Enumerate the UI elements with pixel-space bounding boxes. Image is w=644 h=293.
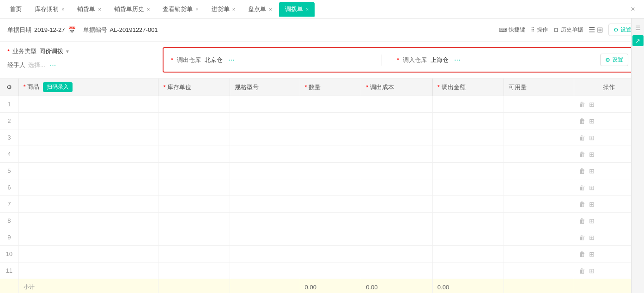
delete-row-icon[interactable]: 🗑 <box>579 101 585 108</box>
qty-cell[interactable] <box>300 229 361 246</box>
amount-cell[interactable] <box>432 229 504 246</box>
close-inventory-init[interactable]: × <box>61 6 64 12</box>
delete-row-icon[interactable]: 🗑 <box>579 267 585 275</box>
copy-row-icon[interactable]: ⊞ <box>589 167 595 175</box>
cost-cell[interactable] <box>361 146 433 163</box>
calendar-icon[interactable]: 📅 <box>68 26 76 34</box>
qty-cell[interactable] <box>300 163 361 179</box>
window-close-button[interactable]: × <box>626 2 640 17</box>
qty-cell[interactable] <box>300 196 361 213</box>
qty-cell[interactable] <box>300 213 361 229</box>
cost-cell[interactable] <box>361 213 433 229</box>
cost-cell[interactable] <box>361 96 433 113</box>
copy-row-icon[interactable]: ⊞ <box>589 134 595 141</box>
tab-inventory-init[interactable]: 库存期初 × <box>29 2 70 17</box>
amount-cell[interactable] <box>432 246 504 262</box>
cost-cell[interactable] <box>361 163 433 179</box>
close-transfer-order[interactable]: × <box>306 6 309 12</box>
copy-row-icon[interactable]: ⊞ <box>589 267 595 275</box>
handler-value[interactable]: 选择... <box>28 61 45 69</box>
tab-sales-order[interactable]: 销货单 × <box>71 2 107 17</box>
cost-cell[interactable] <box>361 129 433 146</box>
available-cell[interactable] <box>504 96 574 113</box>
tab-transfer-order[interactable]: 调拨单 × <box>279 2 315 17</box>
copy-row-icon[interactable]: ⊞ <box>589 101 595 108</box>
unit-cell[interactable] <box>158 262 230 279</box>
cost-cell[interactable] <box>361 229 433 246</box>
available-cell[interactable] <box>504 262 574 279</box>
amount-cell[interactable] <box>432 196 504 213</box>
sidebar-export-icon[interactable]: ↗ <box>632 35 644 46</box>
amount-cell[interactable] <box>432 129 504 146</box>
unit-cell[interactable] <box>158 196 230 213</box>
product-cell[interactable] <box>18 229 158 246</box>
delete-row-icon[interactable]: 🗑 <box>579 184 585 191</box>
cost-cell[interactable] <box>361 113 433 129</box>
product-cell[interactable] <box>18 213 158 229</box>
product-cell[interactable] <box>18 262 158 279</box>
spec-cell[interactable] <box>230 163 300 179</box>
qty-cell[interactable] <box>300 129 361 146</box>
spec-cell[interactable] <box>230 96 300 113</box>
spec-cell[interactable] <box>230 113 300 129</box>
copy-row-icon[interactable]: ⊞ <box>589 250 595 258</box>
transfer-in-ellipsis-button[interactable]: ··· <box>454 56 460 64</box>
unit-cell[interactable] <box>158 179 230 196</box>
delete-row-icon[interactable]: 🗑 <box>579 151 585 158</box>
spec-cell[interactable] <box>230 246 300 262</box>
layout-list-icon[interactable]: ☰ <box>589 25 595 34</box>
cost-cell[interactable] <box>361 179 433 196</box>
tab-inventory-check[interactable]: 盘点单 × <box>242 2 278 17</box>
delete-row-icon[interactable]: 🗑 <box>579 217 585 225</box>
scan-entry-button[interactable]: 扫码录入 <box>43 82 73 92</box>
product-cell[interactable] <box>18 196 158 213</box>
spec-cell[interactable] <box>230 129 300 146</box>
business-type-select-wrapper[interactable]: 同价调拨 ▼ <box>39 47 70 55</box>
available-cell[interactable] <box>504 163 574 179</box>
close-sales-order[interactable]: × <box>98 6 101 12</box>
copy-row-icon[interactable]: ⊞ <box>589 201 595 208</box>
product-cell[interactable] <box>18 179 158 196</box>
spec-cell[interactable] <box>230 213 300 229</box>
cost-cell[interactable] <box>361 196 433 213</box>
amount-cell[interactable] <box>432 146 504 163</box>
amount-cell[interactable] <box>432 163 504 179</box>
available-cell[interactable] <box>504 213 574 229</box>
qty-cell[interactable] <box>300 113 361 129</box>
transfer-out-ellipsis-button[interactable]: ··· <box>228 56 234 64</box>
shortcuts-button[interactable]: ⌨ 快捷键 <box>499 26 525 34</box>
operations-button[interactable]: ⠿ 操作 <box>531 26 548 34</box>
close-view-sales[interactable]: × <box>195 6 198 12</box>
copy-row-icon[interactable]: ⊞ <box>589 117 595 125</box>
copy-row-icon[interactable]: ⊞ <box>589 184 595 191</box>
handler-ellipsis-button[interactable]: ··· <box>50 61 56 69</box>
available-cell[interactable] <box>504 229 574 246</box>
available-cell[interactable] <box>504 246 574 262</box>
layout-grid-icon[interactable]: ⊞ <box>597 25 603 34</box>
unit-cell[interactable] <box>158 146 230 163</box>
tab-home[interactable]: 首页 <box>4 2 28 17</box>
tab-view-sales[interactable]: 查看销货单 × <box>157 2 204 17</box>
delete-row-icon[interactable]: 🗑 <box>579 234 585 241</box>
available-cell[interactable] <box>504 196 574 213</box>
unit-cell[interactable] <box>158 246 230 262</box>
unit-cell[interactable] <box>158 113 230 129</box>
close-purchase-order[interactable]: × <box>232 6 235 12</box>
amount-cell[interactable] <box>432 113 504 129</box>
tab-purchase-order[interactable]: 进货单 × <box>206 2 241 17</box>
cost-cell[interactable] <box>361 262 433 279</box>
product-cell[interactable] <box>18 129 158 146</box>
unit-cell[interactable] <box>158 96 230 113</box>
delete-row-icon[interactable]: 🗑 <box>579 250 585 258</box>
available-cell[interactable] <box>504 179 574 196</box>
tab-sales-history[interactable]: 销货单历史 × <box>108 2 156 17</box>
product-cell[interactable] <box>18 146 158 163</box>
delete-row-icon[interactable]: 🗑 <box>579 117 585 125</box>
spec-cell[interactable] <box>230 146 300 163</box>
warehouse-settings-button[interactable]: ⚙ 设置 <box>600 54 628 66</box>
sidebar-list-icon[interactable]: ☰ <box>632 22 644 33</box>
spec-cell[interactable] <box>230 229 300 246</box>
unit-cell[interactable] <box>158 213 230 229</box>
qty-cell[interactable] <box>300 179 361 196</box>
amount-cell[interactable] <box>432 179 504 196</box>
